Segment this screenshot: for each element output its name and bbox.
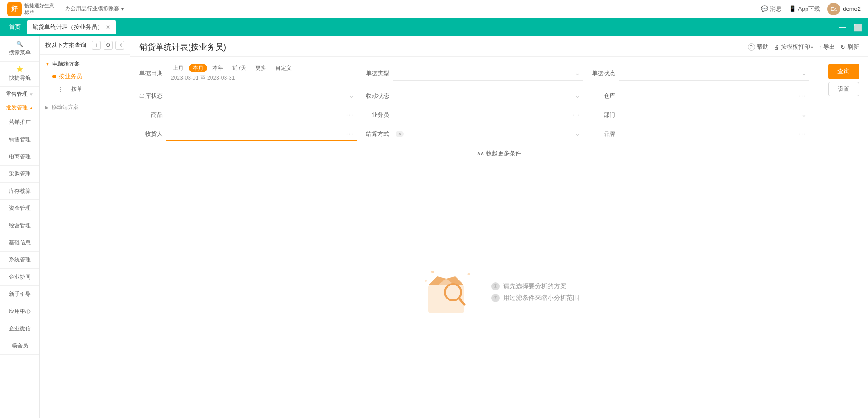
department-control[interactable]: ⌄ (619, 108, 809, 122)
help-icon: ? (748, 43, 755, 51)
sidebar-item-basic[interactable]: 基础信息 (0, 234, 39, 252)
template-print-action[interactable]: 🖨 按模板打印 ▾ (774, 43, 813, 51)
sidebar-item-vip[interactable]: 畅会员 (0, 337, 39, 355)
sidebar-item-retail[interactable]: 零售管理 ▼ (0, 87, 39, 100)
sidebar-item-wechat[interactable]: 企业微信 (0, 320, 39, 337)
user-info[interactable]: Ea demo2 (827, 3, 861, 15)
brand-label: 品牌 (592, 130, 619, 138)
date-tab-custom[interactable]: 自定义 (272, 64, 295, 72)
active-dot-icon (52, 75, 56, 78)
mobile-arrow-icon: ▶ (45, 105, 49, 110)
settlement-label: 结算方式 (366, 130, 393, 138)
empty-illustration (419, 267, 473, 317)
receiver-control[interactable]: ··· (166, 127, 357, 141)
doc-type-control[interactable]: ⌄ (393, 66, 583, 81)
desktop-scheme-title[interactable]: ▼ 电脑端方案 (40, 57, 130, 70)
action-buttons: 查询 设置 (828, 64, 859, 96)
export-action[interactable]: ↑ 导出 (819, 43, 835, 51)
scheme-settings-icon: ⚙ (106, 42, 111, 48)
tab-minimize-btn[interactable]: — (837, 21, 848, 33)
date-tab-this-year[interactable]: 本年 (209, 64, 227, 72)
date-tab-this-month[interactable]: 本月 (189, 64, 207, 72)
doc-type-dropdown-icon: ⌄ (575, 70, 580, 76)
refresh-action[interactable]: ↻ 刷新 (840, 43, 859, 51)
date-range-display: 2023-03-01 至 2023-03-31 (171, 74, 235, 82)
logo-area: 好 畅捷通好生意 标版 (7, 2, 54, 16)
export-label: 导出 (823, 43, 835, 51)
content-area: 按以下方案查询 + ⚙ 《 ▼ 电脑端方案 (40, 36, 868, 418)
sidebar-item-system[interactable]: 系统管理 (0, 252, 39, 269)
main-panel: 销货单统计表(按业务员) ? 帮助 🖨 按模板打印 ▾ ↑ 导出 (130, 36, 868, 418)
tab-close-icon[interactable]: ✕ (106, 24, 110, 30)
sidebar-item-wholesale[interactable]: 批发管理 ▲ (0, 100, 39, 114)
date-tab-7days[interactable]: 近7天 (229, 64, 250, 72)
wechat-label: 企业微信 (9, 325, 31, 332)
doc-status-control[interactable]: ⌄ (619, 66, 809, 81)
warehouse-control[interactable]: ··· (619, 89, 809, 103)
sidebar-item-sales[interactable]: 销售管理 (0, 131, 39, 148)
collapse-conditions-btn[interactable]: ∧∧ 收起更多条件 (474, 147, 524, 160)
salesperson-control[interactable]: ··· (393, 108, 583, 122)
mobile-scheme-title[interactable]: ▶ 移动端方案 (40, 101, 130, 113)
app-download-action[interactable]: 📱 App下载 (789, 5, 820, 13)
sales-label: 销售管理 (9, 136, 31, 143)
setting-button[interactable]: 设置 (828, 82, 859, 96)
tab-maximize-btn[interactable]: ⬜ (852, 21, 864, 33)
product-control[interactable]: ··· (166, 108, 357, 122)
date-tab-more[interactable]: 更多 (252, 64, 270, 72)
sub-scheme-by-order[interactable]: ⋮⋮ 按单 (40, 83, 130, 95)
hint-num-2: ② (491, 294, 500, 302)
sidebar-quicknav-label: 快捷导航 (9, 74, 31, 82)
sidebar-item-marketing[interactable]: 营销推广 (0, 114, 39, 131)
receive-status-label: 收款状态 (366, 92, 393, 100)
purchase-label: 采购管理 (9, 170, 31, 178)
settlement-control[interactable]: × ⌄ (393, 127, 583, 141)
doc-status-dropdown-icon: ⌄ (802, 70, 807, 76)
sidebar-item-cooperation[interactable]: 企业协同 (0, 269, 39, 286)
sidebar-item-quicknav[interactable]: ⭐ 快捷导航 (0, 62, 39, 87)
ecommerce-label: 电商管理 (9, 153, 31, 161)
query-button[interactable]: 查询 (828, 64, 859, 79)
settlement-tag-remove[interactable]: × (398, 131, 401, 137)
sidebar-item-purchase[interactable]: 采购管理 (0, 166, 39, 183)
message-action[interactable]: 💬 消息 (761, 5, 782, 13)
date-label: 单据日期 (139, 69, 166, 77)
sidebar-item-inventory[interactable]: 库存核算 (0, 183, 39, 200)
scheme-collapse-btn[interactable]: 《 (115, 41, 124, 50)
warehouse-dots: ··· (799, 92, 807, 99)
scheme-by-salesperson[interactable]: 按业务员 (40, 70, 130, 83)
salesperson-dots: ··· (572, 111, 580, 118)
print-dropdown-icon: ▾ (811, 45, 813, 50)
date-tab-prev-month[interactable]: 上月 (169, 64, 187, 72)
empty-box-svg (419, 267, 473, 317)
sidebar-item-appstore[interactable]: 应用中心 (0, 303, 39, 320)
desktop-arrow-icon: ▼ (45, 62, 50, 66)
sidebar-item-search[interactable]: 🔍 搜索菜单 (0, 36, 39, 62)
marketing-label: 营销推广 (9, 119, 31, 126)
order-icon: ⋮⋮ (58, 86, 69, 93)
tab-bar-right: — ⬜ (837, 21, 864, 33)
message-label: 消息 (770, 5, 782, 13)
scheme-add-btn[interactable]: + (92, 41, 101, 50)
brand-filter-cell: 品牌 ··· (592, 127, 809, 141)
filter-area: 单据日期 上月 本月 本年 近7天 更多 自定义 2023-03-01 至 20… (130, 57, 868, 166)
search-icon: 🔍 (16, 41, 23, 47)
main-layout: 🔍 搜索菜单 ⭐ 快捷导航 零售管理 ▼ 批发管理 ▲ 营销推广 销售管理 电商… (0, 36, 868, 418)
hint-text-2: 用过滤条件来缩小分析范围 (503, 294, 579, 302)
tab-home[interactable]: 首页 (4, 20, 26, 34)
sidebar: 🔍 搜索菜单 ⭐ 快捷导航 零售管理 ▼ 批发管理 ▲ 营销推广 销售管理 电商… (0, 36, 40, 418)
workspace-name: 办公用品行业模拟账套 (65, 5, 119, 13)
out-status-control[interactable]: ⌄ (166, 89, 357, 103)
sidebar-item-finance[interactable]: 资金管理 (0, 200, 39, 217)
brand-control[interactable]: ··· (619, 127, 809, 141)
scheme-panel: 按以下方案查询 + ⚙ 《 ▼ 电脑端方案 (40, 36, 130, 418)
sidebar-item-ecommerce[interactable]: 电商管理 (0, 148, 39, 166)
workspace-selector[interactable]: 办公用品行业模拟账套 ▾ (65, 5, 124, 13)
sidebar-item-newbie[interactable]: 新手引导 (0, 286, 39, 303)
tab-salesperson-report[interactable]: 销货单统计表（按业务员） ✕ (27, 20, 116, 34)
sidebar-item-operation[interactable]: 经营管理 (0, 217, 39, 234)
receive-status-control[interactable]: ⌄ (393, 89, 583, 103)
scheme-settings-btn[interactable]: ⚙ (104, 41, 113, 50)
date-control[interactable]: 上月 本月 本年 近7天 更多 自定义 2023-03-01 至 2023-03… (166, 62, 357, 84)
help-action[interactable]: ? 帮助 (748, 43, 769, 51)
